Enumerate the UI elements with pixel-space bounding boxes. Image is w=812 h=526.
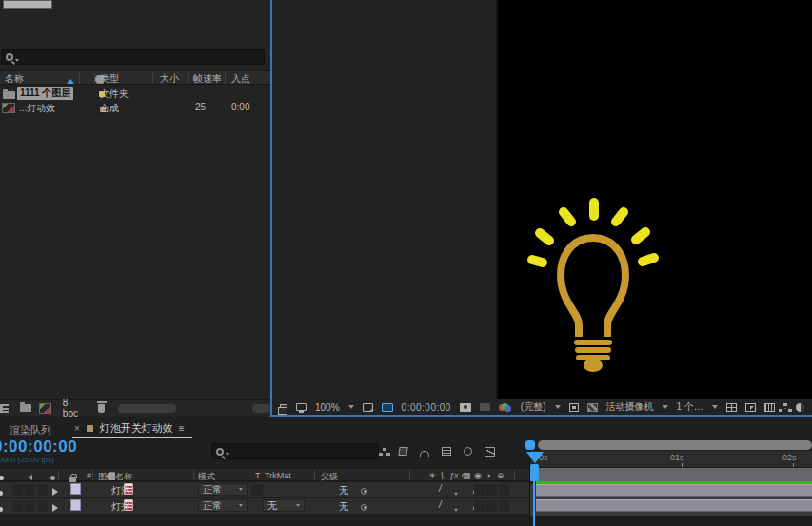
show-channel-icon[interactable] (499, 403, 512, 412)
column-divider[interactable] (514, 470, 515, 480)
lightbulb-artwork[interactable] (522, 192, 664, 375)
layer-visibility-eye-icon[interactable] (0, 507, 3, 512)
trkmat-cell[interactable] (251, 484, 263, 496)
solo-column-icon[interactable] (50, 476, 55, 480)
layer-row-2[interactable]: 2 灯光 正常 无 无 / (0, 498, 530, 514)
audio-toggle[interactable] (12, 484, 23, 496)
motion-blur-switch-icon[interactable]: ◉ (474, 471, 482, 480)
solo-toggle[interactable] (25, 500, 35, 512)
new-composition-icon[interactable] (39, 403, 51, 414)
region-of-interest-toggle-icon[interactable] (569, 403, 579, 412)
show-snapshot-icon[interactable] (480, 403, 490, 411)
blend-mode-select[interactable]: 正常 (198, 483, 248, 496)
audio-toggle[interactable] (12, 500, 23, 512)
transparency-grid-icon[interactable] (587, 403, 598, 412)
resolution-caret-icon[interactable] (555, 405, 561, 409)
column-fps[interactable]: 帧速率 (193, 72, 222, 86)
switch-cell[interactable] (486, 500, 497, 512)
blend-mode-select[interactable]: 正常 (198, 499, 248, 512)
parent-value[interactable]: 无 (339, 484, 348, 497)
search-options-caret-icon[interactable] (15, 59, 19, 62)
column-divider[interactable] (94, 73, 95, 84)
zoom-level[interactable]: 100% (315, 402, 340, 413)
layer-visibility-eye-icon[interactable] (0, 491, 3, 496)
zoom-caret-icon[interactable] (348, 405, 354, 409)
quality-toggle-icon[interactable]: / (439, 483, 442, 494)
parent-caret-icon[interactable] (454, 509, 458, 512)
region-of-interest-icon[interactable] (382, 403, 393, 412)
video-column-eye-icon[interactable] (0, 476, 4, 480)
always-preview-icon[interactable] (280, 404, 287, 410)
footer-scrollbar[interactable] (118, 404, 176, 413)
column-number[interactable]: # (87, 471, 91, 480)
interpret-footage-icon[interactable] (0, 404, 9, 413)
column-divider[interactable] (58, 470, 59, 480)
time-ruler[interactable]: 0s 01s 02s (530, 451, 812, 468)
switch-cell[interactable] (486, 484, 497, 496)
audio-column-speaker-icon[interactable] (25, 475, 32, 480)
camera-caret-icon[interactable] (663, 405, 668, 409)
tab-comp-label[interactable]: 灯泡开关灯动效 (100, 421, 173, 436)
trkmat-select[interactable]: 无 (263, 499, 305, 512)
motion-blur-icon[interactable] (464, 447, 472, 456)
expand-layer-icon[interactable] (52, 488, 58, 496)
mini-flowchart-icon[interactable] (383, 448, 386, 451)
layer-row-1[interactable]: 1 灯泡 正常 无 / (0, 482, 530, 497)
sort-ascending-icon[interactable] (67, 79, 74, 84)
column-divider[interactable] (92, 470, 93, 480)
footer-scrollbar-end[interactable] (252, 404, 270, 413)
project-item-name[interactable]: 1111 个图层 (17, 87, 73, 100)
draft-3d-icon[interactable] (398, 447, 407, 456)
column-name[interactable]: 名称 (5, 72, 24, 86)
switch-cell[interactable] (499, 484, 509, 496)
graph-editor-icon[interactable] (485, 447, 495, 457)
grid-guides-icon[interactable] (726, 403, 737, 412)
tab-render-queue[interactable]: 渲染队列 (10, 423, 51, 438)
column-divider[interactable] (225, 73, 226, 84)
active-camera-select[interactable]: 活动摄像机 (606, 400, 654, 414)
collapse-switch-icon[interactable]: ☀ (428, 471, 436, 480)
trash-icon[interactable] (98, 404, 105, 413)
viewer-timecode[interactable]: 0:00:00:00 (402, 402, 451, 413)
parent-caret-icon[interactable] (454, 493, 458, 496)
column-divider[interactable] (152, 73, 153, 84)
view-layout-caret-icon[interactable] (712, 405, 718, 409)
panel-outline-left[interactable] (270, 0, 272, 417)
project-item-folder[interactable]: 1111 个图层 文件夹 (0, 86, 270, 100)
pixel-aspect-correction-icon[interactable] (745, 403, 756, 412)
hide-shy-layers-icon[interactable] (420, 451, 429, 457)
quality-toggle-icon[interactable]: / (439, 499, 442, 510)
timeline-button-icon[interactable] (764, 403, 775, 412)
column-type[interactable]: 类型 (100, 72, 119, 86)
timeline-search-input[interactable] (211, 443, 379, 459)
column-t[interactable]: T (255, 471, 261, 480)
column-divider[interactable] (188, 73, 189, 84)
layer-name[interactable]: 灯光 (111, 500, 130, 514)
adjustment-switch-icon[interactable]: ◑ (485, 471, 490, 480)
playhead-line[interactable] (533, 464, 535, 526)
column-trkmat[interactable]: TrkMat (265, 471, 291, 480)
frame-blending-icon[interactable] (442, 447, 451, 456)
view-layout-select[interactable]: 1 个… (677, 400, 703, 414)
current-timecode[interactable]: 0:00:00:00 (0, 438, 77, 457)
quality-switch-icon[interactable]: \ (441, 471, 444, 481)
lock-toggle[interactable] (37, 484, 48, 496)
column-divider[interactable] (409, 470, 410, 480)
work-area-bar[interactable] (530, 468, 812, 481)
project-search-input[interactable] (1, 49, 265, 65)
column-divider[interactable] (314, 470, 315, 480)
new-folder-icon[interactable] (20, 404, 31, 412)
snapshot-camera-icon[interactable] (460, 403, 471, 412)
parent-value[interactable]: 无 (339, 500, 348, 514)
time-navigator-bar[interactable] (538, 440, 812, 450)
fx-switch-icon[interactable]: ƒx (449, 471, 459, 480)
lock-toggle[interactable] (37, 500, 48, 512)
choose-view-options-icon[interactable] (363, 403, 373, 412)
3d-switch-icon[interactable]: ⊕ (497, 471, 505, 480)
switch-cell[interactable] (474, 484, 485, 496)
layer-name[interactable]: 灯泡 (111, 484, 130, 497)
column-in-point[interactable]: 入点 (231, 72, 250, 86)
tab-composition[interactable]: × 灯泡开关灯动效 ≡ (74, 419, 185, 437)
layer-duration-bar-2[interactable] (536, 499, 812, 512)
panel-menu-icon[interactable]: ≡ (179, 423, 185, 434)
